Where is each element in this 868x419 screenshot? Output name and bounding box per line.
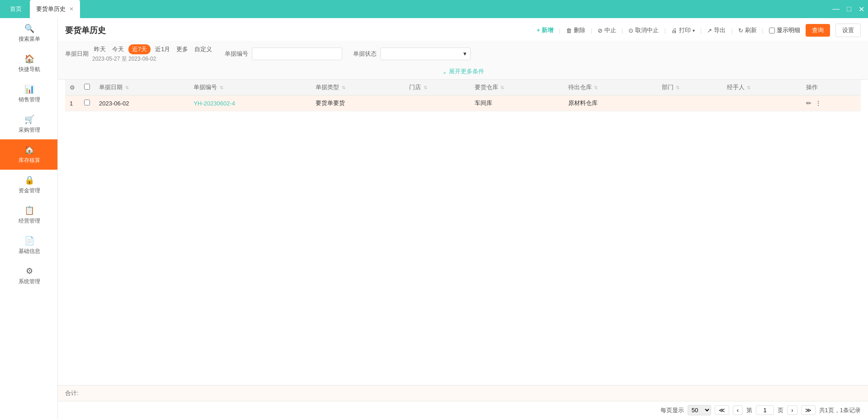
divider-6: |	[731, 27, 732, 34]
sidebar-item-inventory[interactable]: 🏠 库存核算	[0, 139, 57, 170]
status-select[interactable]: ▾	[380, 48, 471, 60]
print-label: 打印	[679, 26, 691, 34]
minimize-icon[interactable]: —	[832, 5, 840, 14]
page-title: 要货单历史	[65, 25, 106, 36]
close-icon[interactable]: ✕	[859, 5, 864, 14]
sidebar-item-basic-info[interactable]: 📄 基础信息	[0, 230, 57, 261]
sort-req-warehouse-icon[interactable]: ⇅	[500, 85, 504, 90]
content-area: 要货单历史 + 新增 | 🗑 删除 | ⊘ 中止 | ⊙ 取消中止 |	[58, 18, 868, 419]
display-detail-checkbox[interactable]	[769, 28, 775, 33]
tab-order-history[interactable]: 要货单历史 ✕	[30, 0, 80, 18]
divider-7: |	[762, 27, 764, 34]
tab-close-icon[interactable]: ✕	[69, 6, 74, 12]
basic-info-icon: 📄	[24, 236, 34, 246]
select-all-checkbox[interactable]	[84, 84, 90, 90]
td-date: 2023-06-02	[94, 95, 189, 111]
sales-icon: 📊	[24, 84, 34, 94]
th-settings: ⚙	[65, 80, 80, 95]
expand-conditions-btn[interactable]: ⌄ 展开更多条件	[442, 67, 484, 76]
maximize-icon[interactable]: □	[847, 5, 851, 14]
sidebar-item-operations[interactable]: 📋 经营管理	[0, 200, 57, 230]
date-btn-more[interactable]: 更多	[175, 44, 190, 54]
page-label-prefix: 第	[746, 406, 752, 414]
stop-button[interactable]: ⊘ 中止	[598, 26, 616, 34]
date-range-display: 2023-05-27 至 2023-06-02	[92, 55, 214, 63]
last-page-btn[interactable]: ≫	[801, 405, 816, 415]
sidebar-item-finance[interactable]: 🔒 资金管理	[0, 170, 57, 200]
th-order-type-label: 单据类型	[316, 84, 339, 90]
date-btn-today[interactable]: 今天	[110, 44, 126, 54]
sidebar-item-inventory-label: 库存核算	[19, 157, 40, 164]
toolbar: + 新增 | 🗑 删除 | ⊘ 中止 | ⊙ 取消中止 | 🖨	[537, 24, 861, 37]
display-detail-checkbox-wrap[interactable]: 显示明细	[769, 26, 800, 34]
th-action-label: 操作	[806, 84, 818, 90]
table-body: 1 2023-06-02 YH-20230602-4 要货单要货 车间库 原材料…	[65, 95, 861, 111]
query-button[interactable]: 查询	[806, 24, 830, 37]
cancel-stop-label: 取消中止	[635, 26, 659, 34]
sort-department-icon[interactable]: ⇅	[676, 85, 679, 90]
new-button[interactable]: + 新增	[537, 26, 553, 34]
tab-home-label: 首页	[10, 5, 22, 13]
status-label: 单据状态	[353, 50, 377, 58]
td-order-no: YH-20230602-4	[189, 95, 311, 111]
sidebar-item-search-menu-label: 搜索菜单	[19, 35, 40, 43]
sidebar-item-quick-nav[interactable]: 🏠 快捷导航	[0, 48, 57, 79]
page-size-select[interactable]: 50 20 100 200	[688, 405, 711, 415]
td-pending-warehouse: 原材料仓库	[564, 95, 657, 111]
prev-page-btn[interactable]: ‹	[733, 405, 743, 415]
page-input[interactable]	[756, 405, 774, 415]
stop-label: 中止	[604, 26, 616, 34]
status-filter: 单据状态 ▾	[353, 48, 471, 60]
tab-home[interactable]: 首页	[4, 0, 28, 18]
sort-pending-warehouse-icon[interactable]: ⇅	[594, 85, 598, 90]
date-btn-1month[interactable]: 近1月	[153, 44, 172, 54]
more-icon[interactable]: ⋮	[815, 100, 821, 107]
cancel-stop-button[interactable]: ⊙ 取消中止	[628, 26, 659, 34]
print-button[interactable]: 🖨 打印 ▾	[671, 26, 695, 34]
sidebar-item-search-menu[interactable]: 🔍 搜索菜单	[0, 18, 57, 48]
refresh-button[interactable]: ↻ 刷新	[738, 26, 757, 34]
order-no-label: 单据编号	[225, 50, 248, 58]
td-order-type: 要货单要货	[311, 95, 405, 111]
first-page-btn[interactable]: ≪	[715, 405, 729, 415]
next-page-btn[interactable]: ›	[787, 405, 797, 415]
delete-button[interactable]: 🗑 删除	[566, 26, 585, 34]
edit-icon[interactable]: ✏	[806, 100, 811, 107]
sort-store-icon[interactable]: ⇅	[424, 85, 427, 90]
data-table: ⚙ 单据日期 ⇅ 单据编号 ⇅ 单据类型	[65, 80, 861, 111]
th-req-warehouse-label: 要货仓库	[475, 84, 498, 90]
filter-area: 单据日期 昨天 今天 近7天 近1月 更多 自定义 2023-05-27 至 2…	[58, 41, 868, 80]
order-no-input[interactable]	[252, 48, 342, 60]
sidebar-item-system[interactable]: ⚙ 系统管理	[0, 261, 57, 291]
export-button[interactable]: ↗ 导出	[707, 26, 726, 34]
sort-order-no-icon[interactable]: ⇅	[220, 85, 223, 90]
page-size-label: 每页显示	[660, 406, 684, 414]
sort-date-icon[interactable]: ⇅	[125, 85, 129, 90]
date-btn-yesterday[interactable]: 昨天	[92, 44, 108, 54]
settings-button[interactable]: 设置	[835, 24, 861, 37]
td-req-warehouse: 车间库	[470, 95, 564, 111]
sidebar-item-sales[interactable]: 📊 销售管理	[0, 79, 57, 109]
th-store-label: 门店	[409, 84, 421, 90]
td-handler	[722, 95, 802, 111]
row-checkbox[interactable]	[84, 100, 90, 105]
sidebar-item-quick-nav-label: 快捷导航	[19, 66, 40, 73]
purchase-icon: 🛒	[24, 114, 34, 124]
td-department	[657, 95, 722, 111]
order-no-link[interactable]: YH-20230602-4	[193, 100, 235, 107]
sort-order-type-icon[interactable]: ⇅	[342, 85, 345, 90]
th-order-type: 单据类型 ⇅	[311, 80, 405, 95]
filter-row: 单据日期 昨天 今天 近7天 近1月 更多 自定义 2023-05-27 至 2…	[65, 44, 861, 63]
expand-icon: ⌄	[442, 68, 447, 75]
date-btn-custom[interactable]: 自定义	[193, 44, 214, 54]
operations-icon: 📋	[24, 205, 34, 215]
sort-handler-icon[interactable]: ⇅	[747, 85, 750, 90]
date-btn-7days[interactable]: 近7天	[128, 44, 151, 54]
expand-row: ⌄ 展开更多条件	[65, 65, 861, 76]
th-department: 部门 ⇅	[657, 80, 722, 95]
sidebar-item-purchase[interactable]: 🛒 采购管理	[0, 109, 57, 139]
refresh-icon: ↻	[738, 27, 743, 34]
td-store	[405, 95, 470, 111]
th-handler-label: 经手人	[727, 84, 745, 90]
divider-4: |	[664, 27, 665, 34]
